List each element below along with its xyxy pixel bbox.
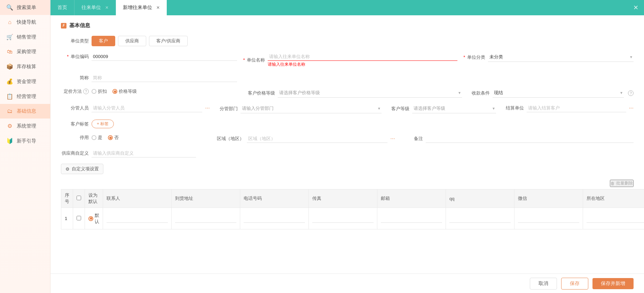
customer-price-level-group: 客户价格等级 请选择客户价格等级 ▾ <box>247 88 462 98</box>
cart-icon: 🛒 <box>6 34 13 40</box>
sidebar-label-search: 搜索菜单 <box>17 5 36 11</box>
unit-code-input[interactable] <box>92 52 237 61</box>
sidebar-item-search[interactable]: 🔍 搜索菜单 <box>0 0 50 15</box>
add-tag-button[interactable]: + 标签 <box>92 120 114 128</box>
row-location-cell <box>583 208 644 229</box>
remark-input[interactable] <box>426 135 634 143</box>
pricing-discount-circle <box>92 89 96 94</box>
row-phone-input[interactable] <box>244 214 305 223</box>
row-default-label: 默认 <box>95 212 99 225</box>
manager-row: 分管人员 ··· 分管部门 请输入分管部门 ▾ 客户等级 请选择客户等级 ▾ <box>61 104 634 113</box>
sidebar-label-sales: 销售管理 <box>17 34 36 40</box>
row-qq-input[interactable] <box>449 214 511 223</box>
sidebar-item-basic-info[interactable]: 🗂 基础信息 <box>0 104 50 119</box>
short-name-input[interactable] <box>92 74 237 82</box>
department-select[interactable]: 请输入分管部门 ▾ <box>241 104 382 113</box>
tab-contacts[interactable]: 往来单位 ✕ <box>74 0 116 15</box>
pricing-level-radio[interactable]: 价格等级 <box>112 88 137 95</box>
tab-contacts-label: 往来单位 <box>81 5 101 11</box>
col-contact: 联系人 <box>103 189 172 208</box>
sidebar-item-guide[interactable]: 🔰 新手引导 <box>0 133 50 148</box>
row-wechat-input[interactable] <box>518 214 579 223</box>
customer-price-level-label: 客户价格等级 <box>247 90 275 96</box>
sidebar-item-operations[interactable]: 📋 经营管理 <box>0 89 50 104</box>
pricing-help-icon[interactable]: ? <box>83 89 89 94</box>
sidebar-item-inventory[interactable]: 📦 库存核算 <box>0 59 50 74</box>
unit-name-input[interactable] <box>268 52 457 61</box>
sidebar-item-purchase[interactable]: 🛍 采购管理 <box>0 44 50 59</box>
supplier-custom-input[interactable] <box>92 149 196 157</box>
file-icon: 🗂 <box>6 108 13 114</box>
col-wechat: 微信 <box>515 189 583 208</box>
region-more-icon[interactable]: ··· <box>390 136 395 142</box>
customer-price-level-select[interactable]: 请选择客户价格等级 ▾ <box>278 88 462 98</box>
region-group: 区域（地区） ··· <box>216 135 395 143</box>
tab-new-contact-close[interactable]: ✕ <box>156 5 160 10</box>
row-address-input[interactable] <box>175 214 236 223</box>
batch-delete-button[interactable]: 🗑 批量删除 <box>610 180 634 187</box>
batch-delete-container: 🗑 批量删除 <box>61 180 634 187</box>
payment-terms-select[interactable]: 现结 ▾ <box>493 88 624 98</box>
tab-new-contact-label: 新增往来单位 <box>123 5 152 11</box>
region-input[interactable] <box>247 135 388 143</box>
custom-settings-label: 自定义项设置 <box>72 166 99 172</box>
pricing-row: 定价方法 ? 折扣 价格等级 客户价格等级 <box>61 88 634 98</box>
disable-no-circle <box>108 135 113 140</box>
sidebar-label-finance: 资金管理 <box>17 79 36 85</box>
unit-type-customer-btn[interactable]: 客户 <box>92 36 115 46</box>
row-email-input[interactable] <box>381 214 442 223</box>
bag-icon: 🛍 <box>6 49 13 55</box>
customer-tag-group: 客户标签 + 标签 <box>61 120 634 128</box>
manager-more-icon[interactable]: ··· <box>205 105 210 111</box>
payment-help-icon[interactable]: ? <box>628 90 634 96</box>
close-all-tabs-button[interactable]: ✕ <box>628 4 644 11</box>
settlement-unit-label: 结算单位 <box>496 105 524 111</box>
sidebar-label-basic-info: 基础信息 <box>17 108 36 114</box>
row-default-radio[interactable]: 默认 <box>88 212 99 225</box>
row-checkbox[interactable] <box>77 216 81 220</box>
unit-type-supplier-btn[interactable]: 供应商 <box>118 36 146 46</box>
row-wechat-cell <box>515 208 583 229</box>
cancel-button[interactable]: 取消 <box>530 278 557 290</box>
row-index: 1 <box>61 208 73 229</box>
tab-home[interactable]: 首页 <box>50 0 74 15</box>
pricing-radio-group: 折扣 价格等级 <box>92 88 137 95</box>
col-checkbox <box>73 189 85 208</box>
settlement-unit-input[interactable] <box>527 104 626 112</box>
pricing-discount-radio[interactable]: 折扣 <box>92 88 107 95</box>
home-icon: ⌂ <box>6 19 13 25</box>
disable-yes-radio[interactable]: 是 <box>92 135 102 141</box>
disable-radio-group: 是 否 <box>92 135 119 141</box>
sidebar-item-quick-nav[interactable]: ⌂ 快捷导航 <box>0 15 50 30</box>
custom-settings-button[interactable]: ⚙ 自定义项设置 <box>61 164 103 174</box>
manager-input[interactable] <box>92 104 202 112</box>
settlement-unit-more-icon[interactable]: ··· <box>629 105 634 111</box>
unit-type-both-btn[interactable]: 客户/供应商 <box>149 36 188 46</box>
customer-level-select[interactable]: 请选择客户等级 ▾ <box>412 104 496 113</box>
bottom-action-bar: 取消 保存 保存并新增 <box>50 274 644 293</box>
short-name-row: 简称 <box>61 74 634 82</box>
row-location-input[interactable] <box>587 214 644 223</box>
save-button[interactable]: 保存 <box>561 278 588 290</box>
unit-type-row: 单位类型 客户 供应商 客户/供应商 <box>61 36 634 46</box>
row-fax-input[interactable] <box>312 214 374 223</box>
sidebar-item-system[interactable]: ⚙ 系统管理 <box>0 119 50 133</box>
unit-category-select[interactable]: 未分类 ▾ <box>488 52 634 62</box>
tab-contacts-close[interactable]: ✕ <box>105 5 109 10</box>
row-contact-input[interactable] <box>107 214 168 223</box>
unit-category-chevron: ▾ <box>630 55 632 59</box>
pricing-level-circle <box>112 89 117 94</box>
tab-new-contact[interactable]: 新增往来单位 ✕ <box>116 0 167 15</box>
payment-terms-label: 收款条件 <box>462 90 490 96</box>
sidebar-label-system: 系统管理 <box>17 123 36 129</box>
sidebar-item-sales[interactable]: 🛒 销售管理 <box>0 30 50 44</box>
disable-no-radio[interactable]: 否 <box>108 135 119 141</box>
unit-code-label: * 单位编码 <box>61 54 89 60</box>
customer-price-chevron: ▾ <box>458 90 461 95</box>
sidebar-label-quick-nav: 快捷导航 <box>17 19 36 25</box>
select-all-checkbox[interactable] <box>77 196 81 200</box>
contacts-table: 序号 设为默认 联系人 到货地址 电话号码 传真 邮箱 qq 微信 所在地区 操… <box>61 189 644 229</box>
sidebar-label-guide: 新手引导 <box>17 138 36 144</box>
sidebar-item-finance[interactable]: 💰 资金管理 <box>0 74 50 89</box>
save-new-button[interactable]: 保存并新增 <box>592 278 634 289</box>
